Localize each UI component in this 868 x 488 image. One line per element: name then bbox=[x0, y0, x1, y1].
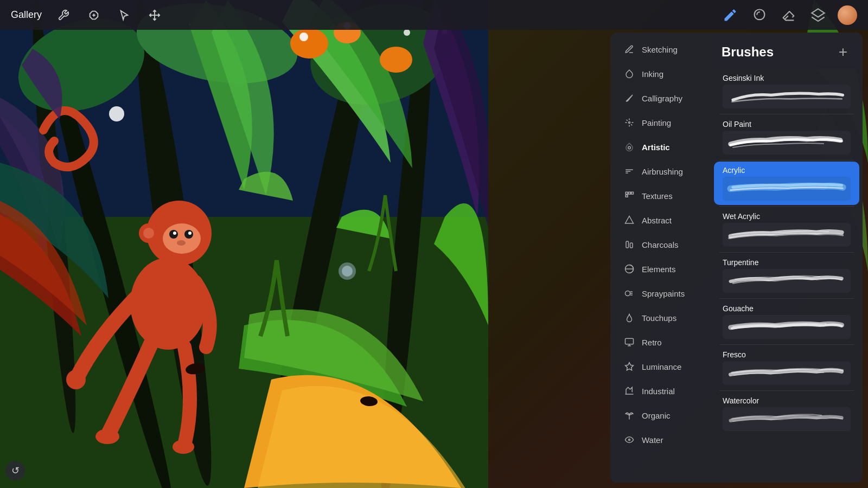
gallery-button[interactable]: Gallery bbox=[11, 9, 42, 21]
canvas-area: ↺ bbox=[0, 0, 488, 488]
brush-stroke-acrylic bbox=[723, 177, 851, 201]
brush-panel: Brushes + Gesinski Ink Oil Paint Acrylic… bbox=[711, 33, 863, 483]
brush-category-artistic[interactable]: Artistic bbox=[614, 135, 707, 159]
brush-divider bbox=[719, 160, 854, 160]
magic-wand-icon[interactable] bbox=[85, 7, 103, 24]
svg-rect-48 bbox=[631, 192, 634, 194]
svg-point-59 bbox=[629, 439, 630, 441]
brush-item-name-turpentine: Turpentine bbox=[723, 258, 851, 267]
brush-category-sketching[interactable]: Sketching bbox=[614, 37, 707, 61]
brush-category-industrial[interactable]: Industrial bbox=[614, 379, 707, 403]
brush-item-acrylic[interactable]: Acrylic bbox=[714, 162, 859, 205]
svg-rect-52 bbox=[630, 243, 633, 248]
svg-rect-47 bbox=[629, 192, 631, 194]
svg-point-28 bbox=[173, 232, 176, 235]
touchups-icon bbox=[623, 312, 635, 324]
brush-category-retro[interactable]: Retro bbox=[614, 330, 707, 354]
add-brush-button[interactable]: + bbox=[834, 43, 852, 61]
brush-category-label: Industrial bbox=[642, 387, 675, 396]
undo-button[interactable]: ↺ bbox=[5, 461, 25, 480]
brush-item-gesinski-ink[interactable]: Gesinski Ink bbox=[714, 69, 859, 113]
brush-category-inking[interactable]: Inking bbox=[614, 62, 707, 86]
brush-category-label: Inking bbox=[642, 69, 663, 79]
brush-category-luminance[interactable]: Luminance bbox=[614, 355, 707, 378]
brush-item-name-watercolor: Watercolor bbox=[723, 396, 851, 405]
svg-point-35 bbox=[173, 440, 194, 454]
sketching-icon bbox=[623, 43, 635, 55]
svg-point-20 bbox=[109, 106, 124, 121]
svg-point-29 bbox=[188, 232, 192, 235]
layers-tool-icon[interactable] bbox=[808, 5, 828, 25]
svg-point-33 bbox=[66, 370, 86, 389]
topbar-right bbox=[720, 5, 857, 25]
elements-icon bbox=[623, 263, 635, 275]
svg-point-34 bbox=[95, 429, 119, 444]
brush-panel-header: Brushes + bbox=[711, 33, 863, 68]
svg-point-17 bbox=[380, 47, 412, 73]
organic-icon bbox=[623, 409, 635, 421]
brush-category-abstract[interactable]: Abstract bbox=[614, 208, 707, 232]
brush-category-calligraphy[interactable]: Calligraphy bbox=[614, 86, 707, 110]
brush-category-label: Spraypaints bbox=[642, 289, 685, 298]
svg-marker-50 bbox=[626, 216, 634, 224]
brush-divider bbox=[719, 114, 854, 114]
svg-point-32 bbox=[143, 228, 154, 239]
svg-point-23 bbox=[130, 258, 206, 350]
brush-category-sidebar: Sketching Inking Calligraphy Painting Ar… bbox=[610, 33, 711, 483]
spraypaints-icon bbox=[623, 287, 635, 299]
brush-category-label: Abstract bbox=[642, 216, 672, 225]
water-icon bbox=[623, 434, 635, 446]
brush-category-label: Retro bbox=[642, 338, 662, 347]
brush-item-turpentine[interactable]: Turpentine bbox=[714, 254, 859, 297]
brush-category-painting[interactable]: Painting bbox=[614, 111, 707, 134]
brush-divider bbox=[719, 252, 854, 253]
retro-icon bbox=[623, 336, 635, 348]
brush-stroke-oil-paint bbox=[723, 131, 851, 155]
topbar-left: Gallery bbox=[11, 7, 163, 24]
svg-point-18 bbox=[299, 33, 308, 41]
brush-category-label: Artistic bbox=[642, 143, 670, 152]
svg-rect-49 bbox=[626, 195, 628, 197]
brush-category-airbrushing[interactable]: Airbrushing bbox=[614, 159, 707, 183]
brush-stroke-fresco bbox=[723, 361, 851, 385]
brush-item-name-acrylic: Acrylic bbox=[723, 166, 851, 175]
brush-category-label: Sketching bbox=[642, 45, 678, 54]
brush-category-water[interactable]: Water bbox=[614, 428, 707, 452]
brush-stroke-gesinski-ink bbox=[723, 85, 851, 108]
brush-category-label: Organic bbox=[642, 411, 671, 420]
transform-icon[interactable] bbox=[146, 7, 163, 24]
smudge-tool-icon[interactable] bbox=[750, 5, 769, 25]
brush-category-organic[interactable]: Organic bbox=[614, 403, 707, 427]
brush-item-name-gesinski-ink: Gesinski Ink bbox=[723, 74, 851, 82]
textures-icon bbox=[623, 190, 635, 202]
brush-category-charcoals[interactable]: Charcoals bbox=[614, 233, 707, 256]
user-avatar[interactable] bbox=[838, 5, 857, 25]
brush-item-fresco[interactable]: Fresco bbox=[714, 346, 859, 389]
brush-divider bbox=[719, 206, 854, 207]
brush-list: Gesinski Ink Oil Paint Acrylic Wet Acryl… bbox=[711, 69, 863, 435]
brush-item-wet-acrylic[interactable]: Wet Acrylic bbox=[714, 208, 859, 251]
svg-point-25 bbox=[163, 223, 201, 254]
brush-item-gouache[interactable]: Gouache bbox=[714, 300, 859, 343]
abstract-icon bbox=[623, 214, 635, 226]
industrial-icon bbox=[623, 385, 635, 397]
svg-point-54 bbox=[626, 291, 630, 296]
brush-item-oil-paint[interactable]: Oil Paint bbox=[714, 115, 859, 159]
brush-tool-icon[interactable] bbox=[720, 5, 740, 25]
wrench-icon[interactable] bbox=[55, 7, 72, 24]
brush-category-label: Painting bbox=[642, 118, 671, 127]
brush-category-label: Touchups bbox=[642, 313, 676, 323]
brush-category-spraypaints[interactable]: Spraypaints bbox=[614, 281, 707, 305]
brush-item-watercolor[interactable]: Watercolor bbox=[714, 392, 859, 435]
artistic-icon bbox=[623, 141, 635, 153]
brush-item-name-oil-paint: Oil Paint bbox=[723, 120, 851, 129]
brush-divider bbox=[719, 298, 854, 299]
svg-point-44 bbox=[629, 122, 630, 124]
svg-point-45 bbox=[628, 146, 631, 149]
brush-category-textures[interactable]: Textures bbox=[614, 184, 707, 208]
luminance-icon bbox=[623, 361, 635, 373]
brush-category-elements[interactable]: Elements bbox=[614, 257, 707, 281]
brush-category-touchups[interactable]: Touchups bbox=[614, 306, 707, 330]
eraser-tool-icon[interactable] bbox=[779, 5, 799, 25]
selection-icon[interactable] bbox=[116, 7, 133, 24]
